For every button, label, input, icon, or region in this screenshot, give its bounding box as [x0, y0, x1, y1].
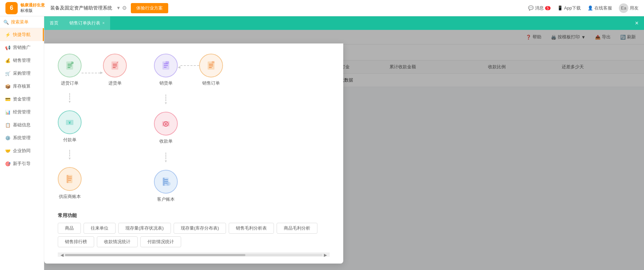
h-arrow-2: ◀ — [178, 54, 199, 69]
customer-ledger-circle — [154, 170, 178, 194]
flow-item-sales-bill[interactable]: 销货单 — [154, 54, 178, 86]
func-btn-3[interactable]: 现存量(库存分布表) — [174, 223, 226, 234]
nav-label-purchase: 采购管理 — [13, 70, 31, 76]
nav-icon-newbie: 🎯 — [5, 161, 11, 166]
sidebar-item-newbie[interactable]: 🎯新手引导 — [0, 157, 44, 170]
func-buttons-row2: 销售排行榜收款情况统计付款情况统计 — [58, 236, 330, 247]
payment-label: 付款单 — [63, 137, 76, 143]
svg-text:¥: ¥ — [164, 122, 167, 126]
sidebar-item-sales[interactable]: 💰销售管理 — [0, 54, 44, 67]
logo-icon: 6 — [5, 2, 18, 14]
system-name: 装备及固定资产辅助管理系统 — [50, 5, 112, 11]
flow-item-sales-order[interactable]: 销售订单 — [199, 54, 223, 86]
sidebar-item-finance[interactable]: 💳资金管理 — [0, 93, 44, 106]
nav-icon-quick-guide: ⚡ — [5, 32, 11, 37]
svg-text:✓: ✓ — [116, 61, 119, 64]
user-menu-btn[interactable]: Ea 用友 — [619, 3, 639, 13]
nav-icon-collab: 🤝 — [5, 148, 11, 154]
func-btn-8[interactable]: 付款情况统计 — [140, 236, 181, 247]
nav-label-marketing: 营销推广 — [13, 44, 31, 51]
nav-icon-inventory: 📦 — [5, 84, 11, 89]
func-btn-7[interactable]: 收款情况统计 — [97, 236, 138, 247]
settings-icon[interactable]: ⚙ — [122, 5, 127, 11]
func-btn-1[interactable]: 往来单位 — [84, 223, 116, 234]
flow-item-purchase-order[interactable]: 进货订单 — [58, 54, 82, 86]
supplier-ledger-circle — [58, 167, 82, 191]
sidebar-item-quick-guide[interactable]: ⚡快捷导航 — [0, 28, 44, 41]
func-buttons-row1: 商品往来单位现存量(库存状况表)现存量(库存分布表)销售毛利分析表商品毛利分析 — [58, 223, 330, 234]
flow-item-receipt[interactable]: ¥ 收款单 — [154, 112, 178, 144]
flow-diagram: 进货订单 ▼ — [58, 54, 330, 202]
tab-sales-order-execution[interactable]: 销售订单执行表 × — [64, 16, 110, 30]
sales-bill-label: 销货单 — [159, 80, 173, 86]
tab-bar-close-btn[interactable]: × — [635, 20, 639, 27]
tab-close-btn[interactable]: × — [102, 21, 105, 25]
sales-bill-circle — [154, 54, 178, 77]
scrollbar-area: ◀ ▶ — [58, 253, 330, 257]
func-btn-2[interactable]: 现存量(库存状况表) — [118, 223, 171, 234]
scrollbar-track[interactable] — [65, 254, 323, 256]
nav-icon-basic-info: 📋 — [5, 123, 11, 128]
tab-bar: 首页 销售订单执行表 × × — [44, 16, 644, 30]
flow-col-mid-left: ✓ 进货单 — [103, 54, 127, 86]
nav-label-finance: 资金管理 — [13, 96, 31, 102]
svg-point-29 — [167, 182, 171, 186]
svg-rect-25 — [163, 178, 164, 186]
scroll-left-btn[interactable]: ◀ — [60, 253, 64, 257]
nav-label-newbie: 新手引导 — [13, 161, 31, 167]
arrow-down-4: ▼ — [164, 152, 168, 163]
h-arrow-1: ▶ — [82, 54, 103, 74]
message-btn[interactable]: 💬 消息 5 — [528, 5, 551, 11]
func-btn-4[interactable]: 销售毛利分析表 — [229, 223, 274, 234]
brand-text: 畅康通好生意 标准版 — [20, 3, 45, 13]
search-icon: 🔍 — [3, 20, 9, 25]
sidebar-item-inventory[interactable]: 📦库存核算 — [0, 80, 44, 93]
sidebar-item-basic-info[interactable]: 📋基础信息 — [0, 119, 44, 131]
flow-item-payment[interactable]: ¥ 付款单 — [58, 110, 82, 143]
message-badge: 5 — [545, 6, 551, 10]
download-icon: 📱 — [557, 5, 563, 11]
flow-item-customer-ledger[interactable]: 客户账本 — [154, 170, 178, 202]
flow-item-supplier-ledger[interactable]: 供应商账本 — [58, 167, 82, 200]
nav-icon-sales: 💰 — [5, 58, 11, 63]
purchase-order-label: 进货订单 — [61, 80, 79, 86]
sales-order-circle — [199, 54, 223, 77]
page-content: ❓ 帮助 🖨️ 按模板打印 ▼ 📤 导出 🔄 刷新 — [44, 30, 644, 270]
func-btn-0[interactable]: 商品 — [58, 223, 81, 234]
sidebar-item-collab[interactable]: 🤝企业协同 — [0, 144, 44, 157]
content-area: 首页 销售订单执行表 × × ❓ 帮助 🖨️ — [44, 16, 644, 270]
func-btn-6[interactable]: 销售排行榜 — [58, 236, 94, 247]
flow-item-purchase-bill[interactable]: ✓ 进货单 — [103, 54, 127, 86]
sidebar: 🔍 搜索菜单 ⚡快捷导航📢营销推广💰销售管理🛒采购管理📦库存核算💳资金管理📊经营… — [0, 16, 44, 270]
sidebar-item-marketing[interactable]: 📢营销推广 — [0, 41, 44, 54]
flow-col-sales-order: 销售订单 — [199, 54, 223, 86]
nav-icon-purchase: 🛒 — [5, 71, 11, 76]
trial-button[interactable]: 体验行业方案 — [131, 3, 168, 13]
system-dropdown-btn[interactable]: ▼ — [115, 5, 122, 11]
customer-ledger-label: 客户账本 — [157, 196, 175, 202]
arrow-down-2: ▼ — [68, 150, 71, 160]
nav-label-basic-info: 基础信息 — [13, 122, 31, 128]
svg-rect-20 — [166, 61, 169, 64]
receipt-circle: ¥ — [154, 112, 178, 136]
func-btn-5[interactable]: 商品毛利分析 — [277, 223, 317, 234]
arrow-down-3: ▼ — [164, 94, 168, 105]
tab-home[interactable]: 首页 — [44, 16, 64, 30]
common-functions: 常用功能 商品往来单位现存量(库存状况表)现存量(库存分布表)销售毛利分析表商品… — [58, 213, 330, 247]
nav-icon-operations: 📊 — [5, 110, 11, 115]
scroll-right-btn[interactable]: ▶ — [324, 253, 327, 257]
online-service-btn[interactable]: 👤 在线客服 — [588, 5, 612, 11]
supplier-ledger-label: 供应商账本 — [59, 194, 81, 200]
purchase-bill-circle: ✓ — [103, 54, 127, 77]
top-right-area: 💬 消息 5 📱 App下载 👤 在线客服 Ea 用友 — [528, 3, 639, 13]
sidebar-item-operations[interactable]: 📊经营管理 — [0, 106, 44, 119]
app-download-btn[interactable]: 📱 App下载 — [557, 5, 581, 11]
scrollbar-thumb — [65, 254, 245, 256]
svg-rect-34 — [212, 61, 214, 63]
nav-icon-finance: 💳 — [5, 97, 11, 102]
sidebar-item-purchase[interactable]: 🛒采购管理 — [0, 67, 44, 80]
search-menu-btn[interactable]: 🔍 搜索菜单 — [0, 16, 44, 28]
nav-icon-marketing: 📢 — [5, 45, 11, 50]
payment-circle: ¥ — [58, 110, 82, 134]
sidebar-item-system[interactable]: ⚙️系统管理 — [0, 131, 44, 144]
